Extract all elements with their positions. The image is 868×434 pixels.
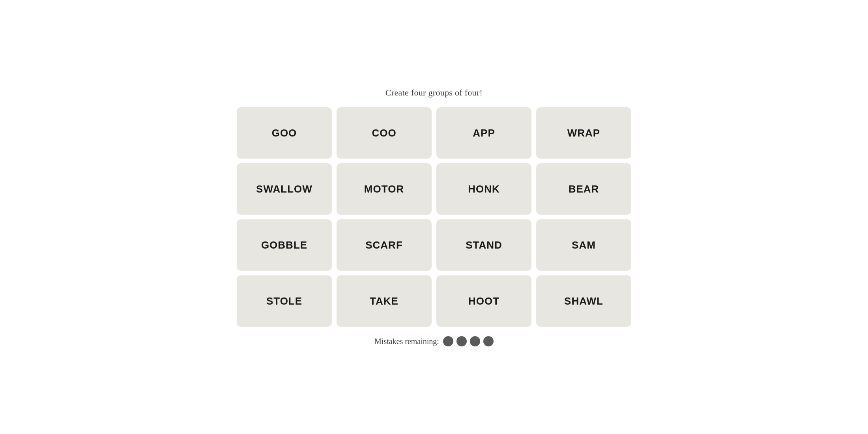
word-label: BEAR	[569, 183, 599, 195]
mistakes-area: Mistakes remaining:	[374, 336, 494, 346]
word-card-wrap[interactable]: WRAP	[536, 107, 631, 159]
word-card-swallow[interactable]: SWALLOW	[237, 163, 332, 215]
word-label: SWALLOW	[256, 183, 312, 195]
mistake-dot-1	[443, 336, 453, 346]
mistake-dot-4	[483, 336, 494, 346]
word-card-bear[interactable]: BEAR	[536, 163, 631, 215]
mistake-dot-2	[456, 336, 467, 346]
mistakes-dots	[443, 336, 494, 346]
word-card-sam[interactable]: SAM	[536, 219, 631, 271]
game-container: Create four groups of four! GOOCOOAPPWRA…	[237, 88, 631, 346]
mistake-dot-3	[470, 336, 480, 346]
word-label: MOTOR	[364, 183, 404, 195]
word-card-goo[interactable]: GOO	[237, 107, 332, 159]
subtitle: Create four groups of four!	[385, 88, 483, 98]
word-label: HONK	[468, 183, 500, 195]
word-card-honk[interactable]: HONK	[436, 163, 531, 215]
word-label: SCARF	[365, 239, 403, 251]
word-card-motor[interactable]: MOTOR	[337, 163, 432, 215]
word-card-shawl[interactable]: SHAWL	[536, 275, 631, 327]
word-label: SHAWL	[564, 295, 603, 307]
word-label: STAND	[466, 239, 502, 251]
word-card-stole[interactable]: STOLE	[237, 275, 332, 327]
mistakes-label: Mistakes remaining:	[374, 337, 439, 346]
word-label: APP	[473, 127, 495, 139]
word-label: HOOT	[468, 295, 499, 307]
word-card-take[interactable]: TAKE	[337, 275, 432, 327]
word-card-app[interactable]: APP	[436, 107, 531, 159]
word-grid: GOOCOOAPPWRAPSWALLOWMOTORHONKBEARGOBBLES…	[237, 107, 631, 327]
word-card-hoot[interactable]: HOOT	[436, 275, 531, 327]
word-label: WRAP	[567, 127, 600, 139]
word-label: SAM	[572, 239, 596, 251]
word-card-coo[interactable]: COO	[337, 107, 432, 159]
word-card-scarf[interactable]: SCARF	[337, 219, 432, 271]
word-label: GOO	[272, 127, 297, 139]
word-label: STOLE	[266, 295, 302, 307]
word-card-stand[interactable]: STAND	[436, 219, 531, 271]
word-label: COO	[372, 127, 396, 139]
word-label: TAKE	[370, 295, 398, 307]
word-label: GOBBLE	[261, 239, 307, 251]
word-card-gobble[interactable]: GOBBLE	[237, 219, 332, 271]
